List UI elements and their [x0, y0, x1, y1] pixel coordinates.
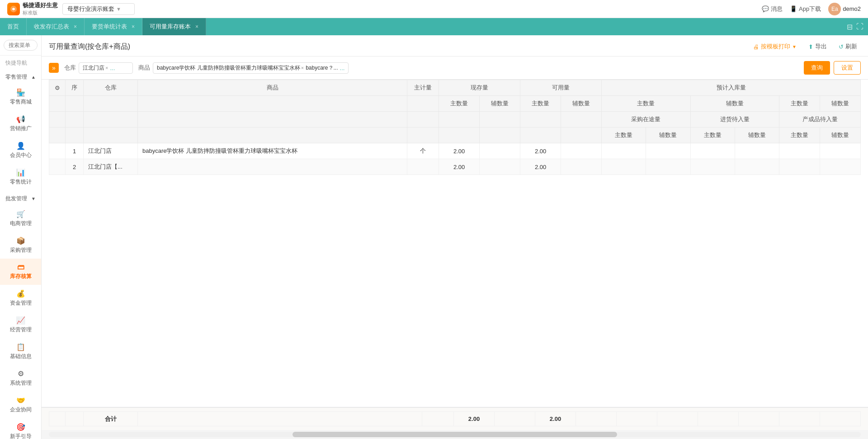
filter-expand-btn[interactable]: » — [49, 63, 59, 73]
sidebar-item-basic-info[interactable]: 📋 基础信息 — [0, 338, 41, 365]
ops-icon: 📈 — [16, 316, 25, 325]
col-stock-aux: 辅数量 — [480, 96, 520, 112]
chevron-print-icon: ▼ — [792, 44, 797, 49]
col-avail-main: 主数量 — [520, 96, 561, 112]
tab-home[interactable]: 首页 — [0, 18, 27, 35]
settings-btn[interactable]: 设置 — [834, 61, 861, 75]
brand-text: 畅捷通好生意 标准版 — [23, 2, 58, 16]
col-product: 商品 — [138, 80, 407, 96]
product-tag-2: babycare？... — [306, 64, 338, 72]
onboarding-icon: 🎯 — [16, 423, 25, 431]
sys-icon: ⚙ — [18, 369, 24, 378]
sidebar-item-onboarding[interactable]: 🎯 新手引导 — [0, 418, 41, 439]
chevron-icon: ▲ — [31, 75, 36, 80]
user-profile[interactable]: Ea demo2 — [828, 3, 861, 15]
warehouse-tags[interactable]: 江北门店 × ... — [79, 62, 133, 74]
sidebar-item-member[interactable]: 👤 会员中心 — [0, 137, 41, 164]
footer-stock-main: 2.00 — [454, 412, 495, 426]
sidebar-search — [0, 35, 41, 56]
tab-bar: 首页 收发存汇总表 × 要货单统计表 × 可用量库存账本 × ⊟ ⛶ — [0, 18, 868, 35]
col-inb-aux: 辅数量 — [820, 96, 861, 112]
sidebar-item-purchase[interactable]: 📦 采购管理 — [0, 232, 41, 259]
brand-icon — [7, 3, 20, 15]
tab-close-available[interactable]: × — [195, 24, 198, 30]
sidebar-item-wholesale-mgmt[interactable]: 批发管理 ▼ — [0, 190, 41, 205]
sidebar-item-marketing[interactable]: 📢 营销推广 — [0, 110, 41, 137]
sidebar-item-retail-mgmt[interactable]: 零售管理 ▲ — [0, 69, 41, 84]
refresh-btn[interactable]: ↺ 刷新 — [835, 41, 861, 52]
store-selector[interactable]: 母婴行业演示账套 ▼ — [62, 3, 135, 15]
tab-expand-btn[interactable]: ⛶ — [856, 23, 863, 31]
page-header: 可用量查询(按仓库+商品) 🖨 按模板打印 ▼ ⬆ 导出 ↺ 刷新 — [42, 35, 868, 57]
export-icon: ⬆ — [808, 43, 813, 50]
print-btn[interactable]: 🖨 按模板打印 ▼ — [750, 41, 800, 52]
col-planned-inbound: 预计入库量 — [602, 80, 861, 96]
export-btn[interactable]: ⬆ 导出 — [805, 41, 830, 52]
top-bar: 畅捷通好生意 标准版 母婴行业演示账套 ▼ 💬 消息 📱 App下载 Ea de… — [0, 0, 868, 18]
page-actions: 🖨 按模板打印 ▼ ⬆ 导出 ↺ 刷新 — [750, 41, 861, 52]
basic-icon: 📋 — [16, 343, 25, 351]
sidebar-nav-label[interactable]: 快捷导航 — [0, 56, 41, 69]
inventory-icon: 🗃 — [17, 263, 24, 271]
col-num: 序 — [66, 80, 84, 96]
product-ellipsis[interactable]: ... — [340, 65, 345, 71]
sidebar-item-operations[interactable]: 📈 经营管理 — [0, 312, 41, 338]
tab-minus-btn[interactable]: ⊟ — [847, 23, 853, 31]
footer-label: 合计 — [84, 412, 138, 426]
marketing-icon: 📢 — [16, 115, 25, 123]
tab-available[interactable]: 可用量库存账本 × — [142, 18, 206, 35]
sub-fin-main: 主数量 — [779, 127, 820, 143]
col-warehouse: 仓库 — [84, 80, 138, 96]
sidebar-item-finance[interactable]: 💰 资金管理 — [0, 285, 41, 312]
gear-icon[interactable]: ⚙ — [55, 85, 60, 91]
scroll-thumb[interactable] — [292, 432, 617, 437]
content-area: 可用量查询(按仓库+商品) 🖨 按模板打印 ▼ ⬆ 导出 ↺ 刷新 » — [42, 35, 868, 439]
remove-warehouse-tag[interactable]: × — [105, 65, 108, 71]
sidebar-item-retail-store[interactable]: 🏪 零售商城 — [0, 84, 41, 110]
table-area: ⚙ 序 仓库 商品 主计量 现存量 可用量 预计入库量 — [42, 80, 868, 407]
query-btn[interactable]: 查询 — [804, 61, 830, 75]
data-table: ⚙ 序 仓库 商品 主计量 现存量 可用量 预计入库量 — [49, 80, 861, 175]
col-available: 可用量 — [520, 80, 602, 96]
sub-col-inbound-pending: 进货待入量 — [690, 112, 779, 127]
table-row: 2 江北门店【... 2.00 2.00 — [49, 159, 861, 175]
brand-logo: 畅捷通好生意 标准版 — [7, 2, 58, 16]
sub-inb-main: 主数量 — [690, 127, 735, 143]
avatar: Ea — [828, 3, 841, 15]
chevron-down-icon: ▼ — [116, 6, 121, 12]
product-tags[interactable]: babycare学饮杯 儿童防摔防撞吸管杯重力球吸嘴杯宝宝水杯 × babyca… — [153, 62, 349, 74]
tab-collect[interactable]: 收发存汇总表 × — [27, 18, 85, 35]
warehouse-ellipsis[interactable]: ... — [110, 65, 115, 71]
sidebar-item-inventory[interactable]: 🗃 库存核算 — [0, 259, 41, 285]
product-tag-1: babycare学饮杯 儿童防摔防撞吸管杯重力球吸嘴杯宝宝水杯 × — [157, 64, 304, 72]
member-icon: 👤 — [16, 142, 25, 150]
store-icon: 🏪 — [16, 88, 25, 97]
message-btn[interactable]: 💬 消息 — [762, 5, 783, 13]
sidebar-item-retail-stat[interactable]: 📊 零售统计 — [0, 164, 41, 190]
search-input[interactable] — [4, 40, 38, 51]
tab-controls: ⊟ ⛶ — [842, 23, 868, 31]
download-icon: 📱 — [790, 5, 797, 12]
sidebar: 快捷导航 零售管理 ▲ 🏪 零售商城 📢 营销推广 👤 会员中心 📊 零售统计 … — [0, 35, 42, 439]
col-gear[interactable]: ⚙ — [49, 80, 66, 96]
col-pur-aux: 辅数量 — [690, 96, 779, 112]
sub-col-finished-pending: 产成品待入量 — [779, 112, 861, 127]
col-stock-main: 主数量 — [439, 96, 480, 112]
sidebar-item-ecom[interactable]: 🛒 电商管理 — [0, 205, 41, 232]
sidebar-item-sys-mgmt[interactable]: ⚙ 系统管理 — [0, 365, 41, 392]
tab-requisition[interactable]: 要货单统计表 × — [85, 18, 142, 35]
tab-close-requisition[interactable]: × — [132, 24, 135, 30]
col-inb-main: 主数量 — [779, 96, 820, 112]
sub-fin-aux: 辅数量 — [820, 127, 861, 143]
col-product-sub — [138, 96, 407, 112]
sidebar-item-enterprise[interactable]: 🤝 企业协同 — [0, 392, 41, 418]
app-download-btn[interactable]: 📱 App下载 — [790, 5, 821, 13]
chevron-icon2: ▼ — [31, 196, 36, 201]
horizontal-scrollbar[interactable] — [49, 432, 861, 437]
warehouse-filter: 仓库 江北门店 × ... — [64, 62, 133, 74]
filter-actions: 查询 设置 — [804, 61, 861, 75]
tab-close-collect[interactable]: × — [74, 24, 77, 30]
footer-avail-main: 2.00 — [535, 412, 576, 426]
print-icon: 🖨 — [753, 43, 759, 50]
remove-product-tag-1[interactable]: × — [301, 65, 304, 71]
